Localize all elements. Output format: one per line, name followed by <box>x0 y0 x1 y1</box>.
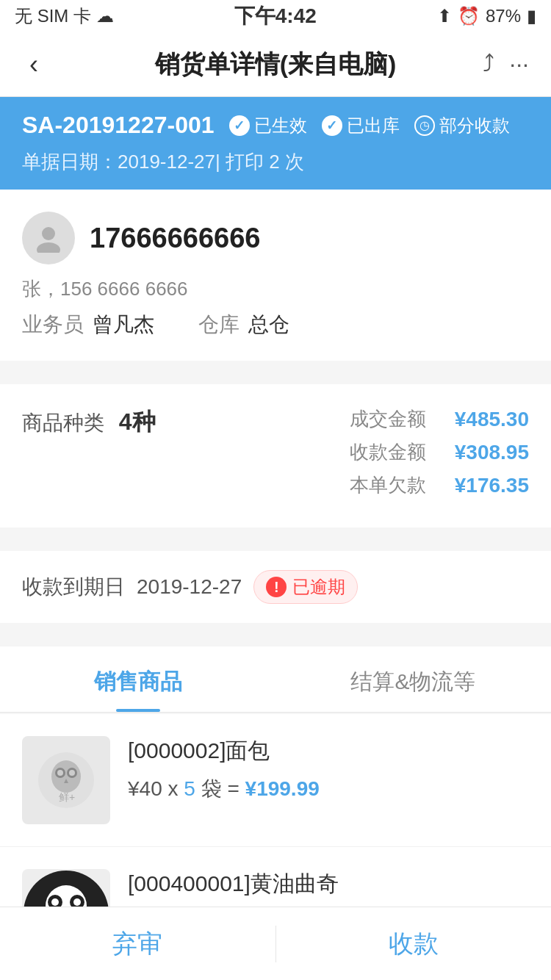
tab-sales-label: 销售商品 <box>94 669 182 693</box>
owed-label: 本单欠款 <box>350 472 426 498</box>
badge-shipped-label: 已出库 <box>347 114 400 137</box>
cancel-button[interactable]: 弃审 <box>0 912 276 976</box>
svg-point-7 <box>69 770 75 776</box>
svg-point-6 <box>57 770 63 776</box>
divider-2 <box>0 539 551 551</box>
overdue-icon: ! <box>266 577 287 597</box>
divider-3 <box>0 635 551 646</box>
order-date-value: 2019-12-27 <box>118 151 215 173</box>
svg-point-1 <box>37 242 60 253</box>
status-bar: 无 SIM 卡 ☁ 下午4:42 ⬆ ⏰ 87% ▮ <box>0 0 551 32</box>
svg-point-15 <box>51 898 59 906</box>
sales-meta: 业务员 曾凡杰 <box>22 311 154 339</box>
clock-icon: ◷ <box>414 115 435 136</box>
badge-partial: ◷ 部分收款 <box>414 114 510 137</box>
price-base-1: ¥40 <box>128 777 162 800</box>
share-icon[interactable]: ⤴ <box>483 51 494 78</box>
badge-effective-label: 已生效 <box>254 114 307 137</box>
avatar-icon <box>34 223 63 253</box>
product-item-1: 鲜+ [0000002]面包 ¥40 x 5 袋 = ¥199.99 <box>0 714 551 847</box>
back-button[interactable]: ‹ <box>22 42 46 87</box>
customer-meta: 业务员 曾凡杰 仓库 总仓 <box>22 311 529 339</box>
due-date-value: 2019-12-27 <box>137 575 242 599</box>
battery-status: 87% <box>486 6 521 26</box>
action-bar: 弃审 收款 <box>0 907 551 980</box>
svg-text:鲜+: 鲜+ <box>59 791 75 803</box>
owed-amount-row: 本单欠款 ¥176.35 <box>350 472 529 498</box>
stats-section: 商品种类 4种 成交金额 ¥485.30 收款金额 ¥308.95 本单欠款 ¥… <box>0 384 551 527</box>
received-label: 收款金额 <box>350 439 426 465</box>
deal-amount-row: 成交金额 ¥485.30 <box>350 406 529 432</box>
order-date-row: 单据日期：2019-12-27| 打印 2 次 <box>22 149 529 175</box>
order-id: SA-20191227-001 <box>22 112 215 139</box>
customer-contact: 张，156 6666 6666 <box>22 276 529 302</box>
type-label: 商品种类 <box>22 411 104 434</box>
deal-amount-label: 成交金额 <box>350 406 426 432</box>
check-icon-2: ✓ <box>322 115 342 136</box>
customer-account: 17666666666 <box>90 223 260 254</box>
type-count: 4种 <box>119 408 156 435</box>
owl-icon: 鲜+ <box>37 751 96 810</box>
stats-left: 商品种类 4种 <box>22 406 156 439</box>
customer-row: 17666666666 <box>22 212 529 264</box>
price-x-1: x <box>168 777 184 800</box>
tab-settlement-label: 结算&物流等 <box>350 669 475 693</box>
warehouse-label: 仓库 <box>198 311 240 339</box>
product-thumb-1: 鲜+ <box>22 736 110 824</box>
price-unit-1: 袋 <box>201 777 222 800</box>
divider-1 <box>0 372 551 384</box>
badge-effective: ✓ 已生效 <box>229 114 307 137</box>
overdue-text: 已逾期 <box>292 575 345 599</box>
nav-bar: ‹ 销货单详情(来自电脑) ⤴ ··· <box>0 32 551 97</box>
deal-amount-value: ¥485.30 <box>441 408 529 431</box>
svg-point-0 <box>42 227 55 240</box>
received-amount-row: 收款金额 ¥308.95 <box>350 439 529 465</box>
check-icon-1: ✓ <box>229 115 250 136</box>
status-time: 下午4:42 <box>234 2 317 30</box>
customer-section: 17666666666 张，156 6666 6666 业务员 曾凡杰 仓库 总… <box>0 190 551 361</box>
price-eq-1: = <box>227 777 245 800</box>
badge-shipped: ✓ 已出库 <box>322 114 400 137</box>
due-date-label: 收款到期日 <box>22 573 125 601</box>
warehouse-value: 总仓 <box>248 311 289 339</box>
order-header: SA-20191227-001 ✓ 已生效 ✓ 已出库 ◷ 部分收款 单据日期：… <box>0 97 551 190</box>
order-header-top: SA-20191227-001 ✓ 已生效 ✓ 已出库 ◷ 部分收款 <box>22 112 529 139</box>
order-date-label: 单据日期： <box>22 151 118 173</box>
location-icon: ⬆ <box>437 6 452 26</box>
tabs: 销售商品 结算&物流等 <box>0 646 551 713</box>
product-name-1: [0000002]面包 <box>128 736 529 766</box>
status-right: ⬆ ⏰ 87% ▮ <box>437 6 536 26</box>
confirm-button[interactable]: 收款 <box>276 912 552 976</box>
more-icon[interactable]: ··· <box>509 51 529 78</box>
tab-sales[interactable]: 销售商品 <box>0 646 276 712</box>
svg-point-3 <box>51 760 81 793</box>
payment-due-section: 收款到期日 2019-12-27 ! 已逾期 <box>0 551 551 623</box>
avatar <box>22 212 75 264</box>
sales-value: 曾凡杰 <box>93 311 154 339</box>
status-left: 无 SIM 卡 ☁ <box>15 4 114 28</box>
stats-right: 成交金额 ¥485.30 收款金额 ¥308.95 本单欠款 ¥176.35 <box>350 406 529 505</box>
received-value: ¥308.95 <box>441 441 529 464</box>
overdue-badge: ! 已逾期 <box>253 570 358 604</box>
order-print-info: | 打印 2 次 <box>215 151 304 173</box>
owed-value: ¥176.35 <box>441 474 529 497</box>
product-image-1: 鲜+ <box>22 736 110 824</box>
product-name-2: [000400001]黄油曲奇 <box>128 869 529 899</box>
page-title: 销货单详情(来自电脑) <box>155 48 397 82</box>
nav-actions: ⤴ ··· <box>483 51 529 78</box>
alarm-icon: ⏰ <box>458 6 480 26</box>
badge-partial-label: 部分收款 <box>439 114 510 137</box>
price-qty-1: 5 <box>184 777 195 800</box>
price-total-1: ¥199.99 <box>245 777 320 800</box>
product-info-1: [0000002]面包 ¥40 x 5 袋 = ¥199.99 <box>128 736 529 824</box>
battery-icon: ▮ <box>527 6 536 26</box>
warehouse-meta: 仓库 总仓 <box>198 311 289 339</box>
tab-settlement[interactable]: 结算&物流等 <box>276 646 551 712</box>
svg-point-16 <box>73 898 81 906</box>
sim-status: 无 SIM 卡 ☁ <box>15 4 114 28</box>
sales-label: 业务员 <box>22 311 84 339</box>
product-price-1: ¥40 x 5 袋 = ¥199.99 <box>128 775 529 803</box>
